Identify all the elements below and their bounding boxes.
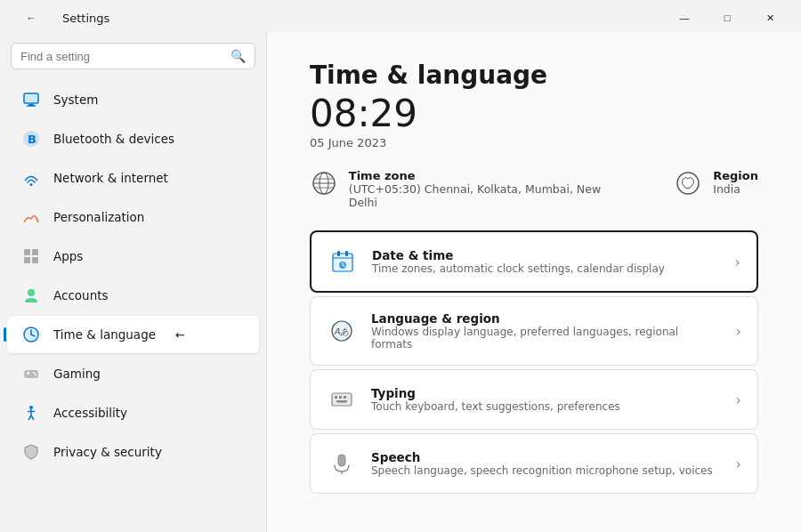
svg-line-23 bbox=[31, 415, 34, 420]
minimize-button[interactable]: — bbox=[664, 4, 705, 31]
apps-icon bbox=[21, 246, 41, 266]
sidebar-label-personalization: Personalization bbox=[53, 210, 144, 224]
time-icon bbox=[21, 325, 41, 344]
personalization-icon bbox=[21, 207, 41, 227]
language-card[interactable]: Aあ Language & region Windows display lan… bbox=[310, 296, 758, 366]
info-row: Time zone (UTC+05:30) Chennai, Kolkata, … bbox=[310, 169, 758, 209]
svg-rect-16 bbox=[28, 372, 29, 375]
svg-rect-44 bbox=[338, 455, 345, 466]
language-chevron: › bbox=[736, 323, 741, 340]
svg-rect-41 bbox=[339, 396, 342, 399]
main-content: 🔍 System B Bluetooth & devices bbox=[0, 32, 801, 532]
network-icon bbox=[21, 168, 41, 188]
region-value: India bbox=[713, 182, 758, 196]
timezone-label: Time zone bbox=[349, 169, 631, 182]
sidebar-item-bluetooth[interactable]: B Bluetooth & devices bbox=[7, 120, 259, 157]
speech-card-desc: Speech language, speech recognition micr… bbox=[371, 464, 722, 477]
region-icon bbox=[674, 169, 702, 197]
sidebar-label-gaming: Gaming bbox=[53, 367, 101, 381]
accounts-icon bbox=[21, 286, 41, 305]
settings-panel: Time & language 08:29 05 June 2023 Time … bbox=[267, 32, 801, 532]
svg-point-5 bbox=[30, 183, 33, 186]
datetime-card-icon bbox=[328, 246, 358, 277]
typing-card-text: Typing Touch keyboard, text suggestions,… bbox=[371, 386, 722, 413]
privacy-icon bbox=[21, 442, 41, 462]
language-card-icon: Aあ bbox=[327, 316, 357, 346]
typing-card[interactable]: Typing Touch keyboard, text suggestions,… bbox=[310, 369, 758, 430]
sidebar-label-accounts: Accounts bbox=[53, 288, 109, 302]
region-item: Region India bbox=[674, 169, 758, 209]
datetime-chevron: › bbox=[735, 254, 740, 270]
sidebar-label-network: Network & internet bbox=[53, 171, 168, 185]
language-card-desc: Windows display language, preferred lang… bbox=[371, 326, 722, 351]
speech-card-title: Speech bbox=[371, 450, 722, 464]
current-time: 08:29 bbox=[310, 93, 758, 134]
back-button[interactable]: ← bbox=[11, 4, 52, 31]
timezone-value: (UTC+05:30) Chennai, Kolkata, Mumbai, Ne… bbox=[349, 182, 631, 209]
typing-card-desc: Touch keyboard, text suggestions, prefer… bbox=[371, 400, 722, 413]
speech-card-text: Speech Speech language, speech recogniti… bbox=[371, 450, 722, 477]
sidebar: 🔍 System B Bluetooth & devices bbox=[0, 32, 267, 532]
svg-point-29 bbox=[677, 173, 699, 194]
sidebar-item-accounts[interactable]: Accounts bbox=[7, 277, 259, 314]
svg-text:B: B bbox=[28, 133, 36, 146]
svg-point-18 bbox=[35, 374, 36, 375]
sidebar-label-time: Time & language bbox=[53, 327, 156, 342]
search-box[interactable]: 🔍 bbox=[11, 43, 255, 69]
sidebar-item-time[interactable]: Time & language ← bbox=[7, 316, 259, 353]
title-bar: ← Settings — □ ✕ bbox=[0, 0, 801, 32]
sidebar-item-network[interactable]: Network & internet bbox=[7, 159, 259, 197]
search-icon: 🔍 bbox=[231, 49, 246, 63]
search-input[interactable] bbox=[20, 50, 223, 63]
window-controls: — □ ✕ bbox=[664, 4, 790, 31]
sidebar-item-system[interactable]: System bbox=[7, 81, 259, 118]
current-date: 05 June 2023 bbox=[310, 136, 758, 149]
speech-chevron: › bbox=[736, 455, 741, 472]
svg-line-22 bbox=[28, 415, 31, 420]
typing-chevron: › bbox=[736, 391, 741, 408]
svg-point-19 bbox=[29, 406, 33, 409]
timezone-item: Time zone (UTC+05:30) Chennai, Kolkata, … bbox=[310, 169, 631, 209]
svg-rect-7 bbox=[32, 249, 38, 255]
sidebar-label-bluetooth: Bluetooth & devices bbox=[53, 132, 174, 146]
sidebar-label-privacy: Privacy & security bbox=[53, 445, 162, 459]
svg-point-10 bbox=[28, 289, 35, 296]
speech-card[interactable]: Speech Speech language, speech recogniti… bbox=[310, 433, 758, 494]
sidebar-label-apps: Apps bbox=[53, 249, 83, 263]
timezone-icon bbox=[310, 169, 338, 197]
svg-rect-43 bbox=[336, 400, 347, 403]
svg-point-17 bbox=[33, 372, 35, 374]
sidebar-item-gaming[interactable]: Gaming bbox=[7, 355, 259, 392]
datetime-card[interactable]: Date & time Time zones, automatic clock … bbox=[310, 230, 758, 293]
svg-rect-8 bbox=[24, 257, 30, 263]
svg-text:Aあ: Aあ bbox=[334, 326, 349, 336]
sidebar-item-privacy[interactable]: Privacy & security bbox=[7, 433, 259, 471]
language-card-title: Language & region bbox=[371, 311, 722, 326]
datetime-card-text: Date & time Time zones, automatic clock … bbox=[372, 248, 721, 275]
settings-list: Date & time Time zones, automatic clock … bbox=[310, 230, 758, 494]
speech-card-icon bbox=[327, 448, 357, 479]
sidebar-label-accessibility: Accessibility bbox=[53, 406, 127, 420]
sidebar-item-personalization[interactable]: Personalization bbox=[7, 198, 259, 236]
datetime-card-title: Date & time bbox=[372, 248, 721, 262]
svg-rect-42 bbox=[344, 396, 346, 399]
svg-rect-33 bbox=[345, 251, 348, 256]
active-arrow: ← bbox=[175, 328, 185, 342]
sidebar-item-apps[interactable]: Apps bbox=[7, 238, 259, 275]
svg-rect-40 bbox=[335, 396, 337, 399]
typing-card-icon bbox=[327, 384, 357, 415]
sidebar-item-accessibility[interactable]: Accessibility bbox=[7, 394, 259, 431]
gaming-icon bbox=[21, 364, 41, 383]
close-button[interactable]: ✕ bbox=[749, 4, 790, 31]
region-label: Region bbox=[713, 169, 758, 182]
page-title: Time & language bbox=[310, 60, 758, 90]
svg-rect-0 bbox=[24, 93, 38, 103]
svg-rect-9 bbox=[32, 257, 38, 263]
language-card-text: Language & region Windows display langua… bbox=[371, 311, 722, 351]
maximize-button[interactable]: □ bbox=[707, 4, 748, 31]
system-icon bbox=[21, 90, 41, 109]
svg-rect-39 bbox=[332, 393, 352, 406]
sidebar-label-system: System bbox=[53, 93, 98, 107]
datetime-card-desc: Time zones, automatic clock settings, ca… bbox=[372, 262, 721, 275]
app-title: Settings bbox=[62, 12, 109, 25]
